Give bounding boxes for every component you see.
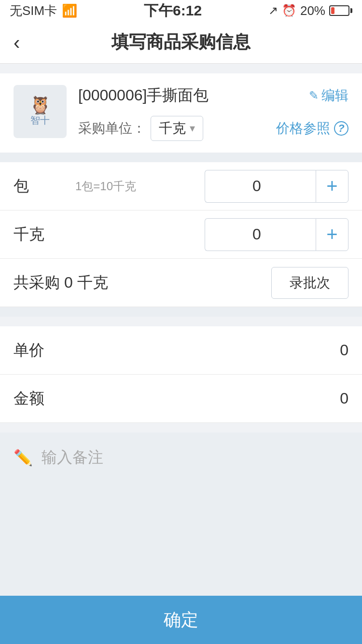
info-icon: ?: [334, 121, 348, 136]
remark-placeholder: 输入备注: [42, 447, 103, 468]
confirm-button[interactable]: 确定: [0, 596, 362, 644]
brand-text: 智十: [29, 114, 51, 127]
back-button[interactable]: ‹: [14, 33, 20, 52]
price-row: 单价 0: [0, 326, 362, 375]
wifi-icon: 📶: [62, 3, 77, 18]
input-section: 包 1包=10千克 + 千克 + 共采购 0 千克 录批次: [0, 162, 362, 307]
detail-section: 单价 0 金额 0: [0, 326, 362, 423]
carrier-text: 无SIM卡: [10, 2, 57, 19]
price-value: 0: [340, 341, 348, 359]
summary-value: 0: [64, 274, 73, 291]
separator-2: [0, 307, 362, 317]
price-ref-button[interactable]: 价格参照 ?: [276, 119, 348, 138]
status-bar: 无SIM卡 📶 下午6:12 ↗ ⏰ 20%: [0, 0, 362, 21]
price-label: 单价: [14, 340, 44, 361]
unit-selector[interactable]: 千克 ▾: [151, 116, 203, 141]
amount-value: 0: [340, 390, 348, 407]
batch-button[interactable]: 录批次: [271, 267, 348, 299]
price-ref-label: 价格参照: [276, 119, 330, 138]
location-icon: ↗: [268, 4, 278, 17]
product-info: [0000006]手撕面包 ✎ 编辑 采购单位： 千克 ▾ 价格参照 ?: [78, 85, 348, 141]
bag-label: 包: [14, 176, 71, 197]
amount-label: 金额: [14, 388, 44, 409]
remark-section[interactable]: ✏️ 输入备注: [0, 433, 362, 483]
battery-icon: [329, 5, 352, 16]
product-name-row: [0000006]手撕面包 ✎ 编辑: [78, 85, 348, 106]
unit-label: 采购单位：: [78, 119, 146, 138]
product-card: 🦉 智十 [0000006]手撕面包 ✎ 编辑 采购单位： 千克 ▾ 价格参照 …: [0, 73, 362, 153]
product-name: [0000006]手撕面包: [78, 85, 209, 106]
edit-button[interactable]: ✎ 编辑: [309, 86, 348, 105]
product-thumbnail: 🦉 智十: [14, 85, 67, 138]
battery-percent: 20%: [300, 3, 325, 18]
status-carrier: 无SIM卡 📶: [10, 2, 77, 19]
summary-row: 共采购 0 千克 录批次: [0, 259, 362, 307]
bag-input-group: +: [205, 170, 348, 203]
summary-text: 共采购 0 千克: [14, 272, 108, 294]
kg-input[interactable]: [205, 218, 316, 251]
unit-row: 采购单位： 千克 ▾ 价格参照 ?: [78, 116, 348, 141]
page-title: 填写商品采购信息: [111, 30, 251, 54]
bag-plus-button[interactable]: +: [316, 170, 348, 203]
status-time: 下午6:12: [144, 1, 202, 21]
alarm-icon: ⏰: [282, 4, 296, 17]
pencil-icon: ✏️: [14, 448, 33, 467]
bag-sublabel: 1包=10千克: [75, 179, 205, 194]
edit-icon: ✎: [309, 89, 319, 102]
kg-plus-button[interactable]: +: [316, 218, 348, 251]
kg-input-group: +: [205, 218, 348, 251]
bag-row: 包 1包=10千克 +: [0, 162, 362, 210]
kg-row: 千克 +: [0, 210, 362, 259]
edit-label: 编辑: [321, 86, 348, 105]
kg-label: 千克: [14, 224, 71, 245]
unit-value: 千克: [159, 119, 186, 138]
chevron-down-icon: ▾: [190, 122, 195, 135]
status-indicators: ↗ ⏰ 20%: [268, 3, 352, 18]
nav-bar: ‹ 填写商品采购信息: [0, 21, 362, 64]
bag-input[interactable]: [205, 170, 316, 203]
separator-1: [0, 153, 362, 162]
owl-logo: 🦉: [29, 97, 51, 114]
amount-row: 金额 0: [0, 375, 362, 423]
